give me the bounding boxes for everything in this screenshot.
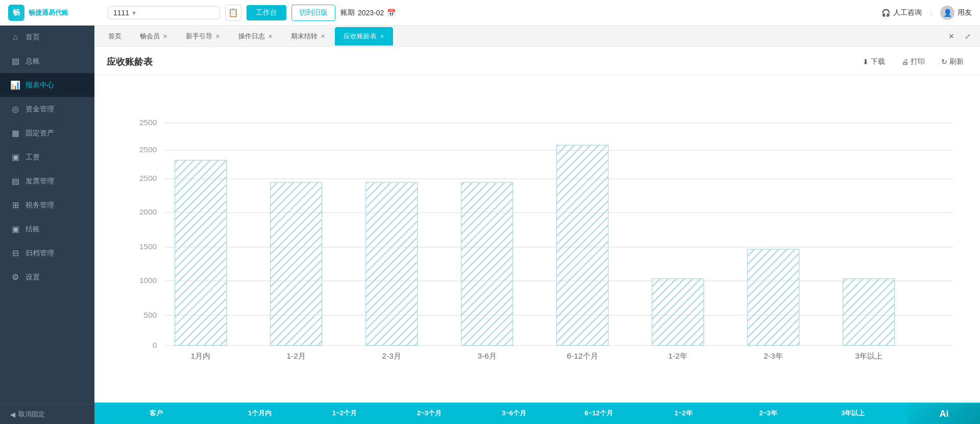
- user-area[interactable]: 👤 用友: [940, 6, 972, 20]
- svg-text:1500: 1500: [139, 242, 157, 251]
- svg-text:1000: 1000: [139, 276, 157, 285]
- svg-text:1-2月: 1-2月: [286, 351, 305, 360]
- sidebar-item-label: 设置: [26, 273, 40, 282]
- table-header: 客户 1个月内 1~2个月 2~3个月 3~6个月 6~12个月 1~2年 2~…: [94, 403, 980, 424]
- calendar-button[interactable]: 📋: [225, 5, 241, 21]
- svg-text:1-2年: 1-2年: [668, 351, 687, 360]
- company-name: 1111: [113, 9, 129, 17]
- page-title: 应收账龄表: [107, 56, 153, 68]
- sidebar-item-archive[interactable]: ⊟ 归档管理: [0, 241, 94, 265]
- sidebar-item-label: 首页: [26, 33, 40, 42]
- sidebar-item-funds[interactable]: ◎ 资金管理: [0, 97, 94, 121]
- salary-icon: ▣: [10, 152, 20, 162]
- reports-icon: 📊: [10, 80, 20, 90]
- sidebar-item-label: 归档管理: [26, 249, 54, 258]
- invoice-icon: ▤: [10, 176, 20, 186]
- th-3-6month: 3~6个月: [472, 409, 556, 418]
- home-icon: ⌂: [10, 33, 20, 42]
- consult-label: 人工咨询: [893, 8, 922, 17]
- close-tab-button[interactable]: ✕: [944, 29, 959, 43]
- logo-area: 畅 畅捷通易代账: [8, 5, 103, 21]
- calendar-icon-small[interactable]: 📅: [387, 9, 396, 17]
- th-2-3month: 2~3个月: [387, 409, 472, 418]
- company-selector[interactable]: 1111 ▾: [108, 6, 220, 19]
- avatar-icon: 👤: [943, 9, 952, 17]
- tab-label: 应收账龄表: [344, 32, 377, 41]
- chevron-down-icon: ▾: [132, 9, 136, 17]
- cancel-pin-label: 取消固定: [18, 410, 45, 419]
- sidebar-item-label: 税务管理: [26, 201, 54, 210]
- sidebar-item-label: 固定资产: [26, 129, 54, 138]
- consult-area[interactable]: 🎧 人工咨询: [881, 8, 922, 17]
- close-icon[interactable]: ✕: [321, 33, 325, 40]
- print-label: 打印: [911, 57, 925, 66]
- sidebar-item-label: 资金管理: [26, 105, 54, 114]
- print-button[interactable]: 🖨 打印: [897, 55, 929, 68]
- svg-text:2500: 2500: [139, 118, 157, 127]
- sidebar-item-label: 发票管理: [26, 177, 54, 186]
- svg-text:3-6月: 3-6月: [477, 351, 496, 360]
- sidebar-item-reports[interactable]: 📊 报表中心: [0, 73, 94, 97]
- sidebar-item-tax[interactable]: ⊞ 税务管理: [0, 193, 94, 217]
- close-icon[interactable]: ✕: [268, 33, 273, 40]
- tab-home[interactable]: 首页: [100, 27, 130, 45]
- svg-text:2-3年: 2-3年: [764, 351, 782, 360]
- sidebar-item-salary[interactable]: ▣ 工资: [0, 145, 94, 169]
- user-name: 用友: [958, 8, 972, 17]
- headset-icon: 🎧: [881, 9, 890, 17]
- chart-container: 2500 2500 2500 2000 1500 1000 500 0 1月内: [94, 75, 980, 403]
- download-button[interactable]: ⬇ 下载: [859, 55, 889, 68]
- th-1month: 1个月内: [217, 409, 302, 418]
- period-label: 账期: [340, 8, 355, 17]
- sidebar-item-checkout[interactable]: ▣ 结账: [0, 217, 94, 241]
- th-3yearplus: 3年以上: [811, 409, 895, 418]
- assets-icon: ▦: [10, 128, 20, 138]
- tab-label: 期末结转: [291, 32, 317, 41]
- tabs-actions: ✕ ⤢: [944, 29, 975, 43]
- tab-label: 新手引导: [186, 32, 212, 41]
- svg-text:1月内: 1月内: [191, 351, 211, 360]
- svg-text:2500: 2500: [139, 174, 157, 182]
- bar-chart: 2500 2500 2500 2000 1500 1000 500 0 1月内: [107, 80, 968, 403]
- svg-text:2000: 2000: [139, 207, 157, 216]
- svg-text:2-3月: 2-3月: [382, 351, 401, 360]
- sidebar-item-home[interactable]: ⌂ 首页: [0, 26, 94, 49]
- th-1-2year: 1~2年: [641, 409, 726, 418]
- tab-yearend[interactable]: 期末结转 ✕: [282, 27, 334, 45]
- switch-version-button[interactable]: 切到旧版: [291, 5, 335, 21]
- content-area: 首页 畅会员 ✕ 新手引导 ✕ 操作日志 ✕ 期末结转 ✕ 应收账龄表 ✕: [94, 26, 980, 424]
- svg-text:6-12个月: 6-12个月: [567, 351, 598, 360]
- tab-guide[interactable]: 新手引导 ✕: [177, 27, 229, 45]
- sidebar: ⌂ 首页 ▤ 总账 📊 报表中心 ◎ 资金管理 ▦ 固定资产 ▣ 工资 ▤ 发票…: [0, 26, 94, 424]
- svg-text:3年以上: 3年以上: [855, 351, 883, 360]
- svg-text:0: 0: [153, 341, 157, 349]
- sidebar-item-ledger[interactable]: ▤ 总账: [0, 49, 94, 73]
- sidebar-item-invoice[interactable]: ▤ 发票管理: [0, 169, 94, 193]
- header-right: 🎧 人工咨询 | 👤 用友: [881, 6, 972, 20]
- page-header: 应收账龄表 ⬇ 下载 🖨 打印 ↻ 刷新: [94, 47, 980, 75]
- period-area: 账期 2023-02 📅: [340, 8, 396, 17]
- tab-label: 畅会员: [140, 32, 160, 41]
- close-icon[interactable]: ✕: [380, 33, 384, 40]
- sidebar-item-assets[interactable]: ▦ 固定资产: [0, 121, 94, 145]
- funds-icon: ◎: [10, 104, 20, 114]
- ai-badge[interactable]: Ai: [908, 404, 980, 424]
- refresh-icon: ↻: [941, 58, 947, 66]
- tabs-bar: 首页 畅会员 ✕ 新手引导 ✕ 操作日志 ✕ 期末结转 ✕ 应收账龄表 ✕: [94, 26, 980, 47]
- refresh-button[interactable]: ↻ 刷新: [937, 55, 968, 68]
- th-2-3year: 2~3年: [726, 409, 811, 418]
- sidebar-item-label: 结账: [26, 225, 40, 234]
- close-icon[interactable]: ✕: [163, 33, 167, 40]
- cancel-pin-button[interactable]: ◀ 取消固定: [0, 404, 94, 424]
- th-6-12month: 6~12个月: [556, 409, 641, 418]
- expand-tab-button[interactable]: ⤢: [961, 29, 975, 43]
- tab-member[interactable]: 畅会员 ✕: [131, 27, 176, 45]
- workbench-button[interactable]: 工作台: [247, 5, 286, 20]
- tab-aging[interactable]: 应收账龄表 ✕: [335, 27, 393, 45]
- close-icon[interactable]: ✕: [215, 33, 220, 40]
- tab-oplog[interactable]: 操作日志 ✕: [230, 27, 281, 45]
- divider: |: [930, 9, 932, 17]
- bar-3-6月: [461, 182, 512, 345]
- calendar-icon: 📋: [228, 8, 238, 17]
- sidebar-item-settings[interactable]: ⚙ 设置: [0, 265, 94, 289]
